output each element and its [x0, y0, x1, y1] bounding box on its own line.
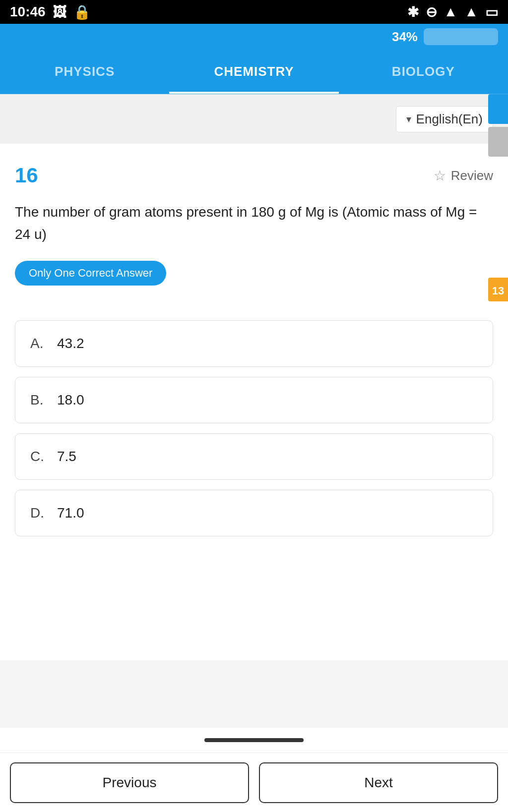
- option-c-value: 7.5: [57, 449, 76, 464]
- options-container: A. 43.2 B. 18.0 C. 7.5 D. 71.0: [0, 315, 508, 561]
- status-bar-right: ✱ ⊖ ▲ ▲ ▭: [407, 4, 498, 20]
- question-text: The number of gram atoms present in 180 …: [15, 201, 493, 246]
- lock-icon: 🔒: [73, 4, 91, 20]
- side-panel: [488, 94, 508, 157]
- side-panel-blue-btn[interactable]: [488, 94, 508, 124]
- language-selector[interactable]: ▾ English(En): [396, 106, 493, 132]
- home-bar: [204, 738, 304, 742]
- option-b-value: 18.0: [57, 392, 84, 408]
- tab-biology[interactable]: BIOLOGY: [339, 50, 508, 94]
- wifi-icon: ▲: [464, 4, 478, 20]
- question-number: 16: [15, 164, 38, 187]
- option-b-letter: B.: [30, 392, 45, 408]
- subject-tabs: PHYSICS CHEMISTRY BIOLOGY: [0, 50, 508, 94]
- answer-type-badge: Only One Correct Answer: [15, 261, 166, 286]
- option-b[interactable]: B. 18.0: [15, 377, 493, 423]
- signal-up-icon: ▲: [444, 4, 458, 20]
- option-c[interactable]: C. 7.5: [15, 433, 493, 480]
- progress-text: 34%: [392, 29, 418, 45]
- progress-bar-area: 34%: [0, 24, 508, 50]
- tab-chemistry[interactable]: CHEMISTRY: [169, 50, 338, 94]
- question-header: 16 ☆ Review: [15, 164, 493, 187]
- orange-badge-number: 13: [492, 285, 504, 297]
- battery-icon: ▭: [485, 4, 498, 20]
- status-bar: 10:46 🖼 🔒 ✱ ⊖ ▲ ▲ ▭: [0, 0, 508, 24]
- home-indicator: [0, 728, 508, 753]
- option-d-letter: D.: [30, 505, 45, 521]
- option-c-letter: C.: [30, 449, 45, 464]
- option-d-value: 71.0: [57, 505, 84, 521]
- bluetooth-icon: ✱: [407, 4, 419, 20]
- review-button[interactable]: ☆ Review: [434, 168, 493, 184]
- language-area: ▾ English(En): [0, 94, 508, 144]
- circle-minus-icon: ⊖: [426, 4, 437, 20]
- question-container: 16 ☆ Review The number of gram atoms pre…: [0, 144, 508, 315]
- image-icon: 🖼: [53, 4, 66, 20]
- side-panel-gray-btn[interactable]: [488, 127, 508, 157]
- option-a-value: 43.2: [57, 336, 84, 351]
- status-bar-left: 10:46 🖼 🔒: [10, 4, 91, 20]
- star-icon: ☆: [434, 168, 446, 184]
- option-d[interactable]: D. 71.0: [15, 490, 493, 536]
- language-label: English(En): [416, 112, 483, 127]
- side-panel-orange[interactable]: 13: [488, 278, 508, 301]
- tab-physics[interactable]: PHYSICS: [0, 50, 169, 94]
- previous-button[interactable]: Previous: [10, 762, 249, 803]
- option-a[interactable]: A. 43.2: [15, 320, 493, 367]
- bottom-navigation: Previous Next: [0, 753, 508, 812]
- progress-box: [424, 28, 498, 45]
- content-spacer: [0, 561, 508, 660]
- chevron-down-icon: ▾: [406, 113, 411, 125]
- next-button[interactable]: Next: [259, 762, 498, 803]
- review-label: Review: [451, 168, 493, 183]
- option-a-letter: A.: [30, 336, 45, 351]
- status-time: 10:46: [10, 4, 46, 20]
